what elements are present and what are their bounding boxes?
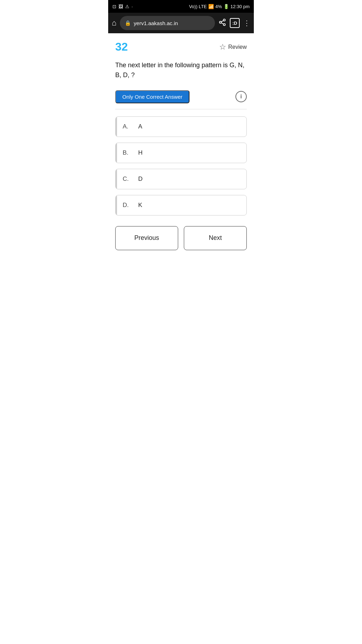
battery-icon: 🔋 (223, 4, 229, 9)
option-a-value: A (138, 123, 142, 130)
svg-line-3 (221, 23, 223, 24)
option-d-label: D. (123, 202, 133, 209)
option-c[interactable]: C. D (115, 169, 247, 189)
review-button[interactable]: ☆ Review (219, 42, 247, 52)
options-list: A. A B. H C. D D. K (115, 116, 247, 215)
previous-button[interactable]: Previous (115, 226, 178, 250)
signal-icon: 📶 (208, 4, 214, 9)
warning-icon: ⚠ (125, 4, 129, 9)
question-number: 32 (115, 40, 128, 53)
option-a-label: A. (123, 123, 133, 130)
url-text: yerv1.aakash.ac.in (134, 20, 178, 26)
info-icon-button[interactable]: i (235, 91, 247, 102)
answer-type-row: Only One Correct Answer i (115, 90, 247, 103)
share-button[interactable] (218, 18, 226, 28)
vo-lte-label: Vo)) LTE (189, 4, 207, 9)
lock-icon: 🔒 (125, 20, 131, 26)
browser-action-buttons: :D ⋮ (218, 18, 250, 28)
option-c-value: D (138, 176, 142, 183)
status-right-info: Vo)) LTE 📶 4% 🔋 12:30 pm (189, 4, 250, 9)
option-b[interactable]: B. H (115, 143, 247, 163)
svg-line-4 (221, 20, 223, 22)
divider (115, 109, 247, 109)
option-a[interactable]: A. A (115, 116, 247, 137)
image-icon: 🖼 (118, 4, 123, 9)
status-bar: ⊡ 🖼 ⚠ · Vo)) LTE 📶 4% 🔋 12:30 pm (108, 0, 254, 13)
review-label: Review (228, 44, 247, 50)
option-b-value: H (138, 149, 142, 156)
d-button[interactable]: :D (230, 18, 240, 28)
question-header: 32 ☆ Review (115, 40, 247, 53)
next-button[interactable]: Next (184, 226, 247, 250)
navigation-buttons: Previous Next (115, 226, 247, 259)
dot-icon: · (132, 4, 133, 9)
menu-button[interactable]: ⋮ (243, 19, 250, 27)
screen-icon: ⊡ (112, 4, 116, 9)
question-text: The next letter in the following pattern… (115, 61, 247, 80)
browser-bar: ⌂ 🔒 yerv1.aakash.ac.in :D ⋮ (108, 13, 254, 33)
option-c-label: C. (123, 176, 133, 183)
info-label: i (240, 93, 242, 100)
option-d-value: K (138, 202, 142, 209)
status-left-icons: ⊡ 🖼 ⚠ · (112, 4, 133, 9)
option-d[interactable]: D. K (115, 195, 247, 215)
battery-label: 4% (215, 4, 222, 9)
main-content: 32 ☆ Review The next letter in the follo… (108, 33, 254, 259)
time-label: 12:30 pm (230, 4, 250, 9)
star-icon: ☆ (219, 42, 226, 52)
url-bar[interactable]: 🔒 yerv1.aakash.ac.in (120, 16, 215, 30)
option-b-label: B. (123, 149, 133, 156)
home-button[interactable]: ⌂ (112, 18, 116, 28)
answer-type-badge[interactable]: Only One Correct Answer (115, 90, 189, 103)
